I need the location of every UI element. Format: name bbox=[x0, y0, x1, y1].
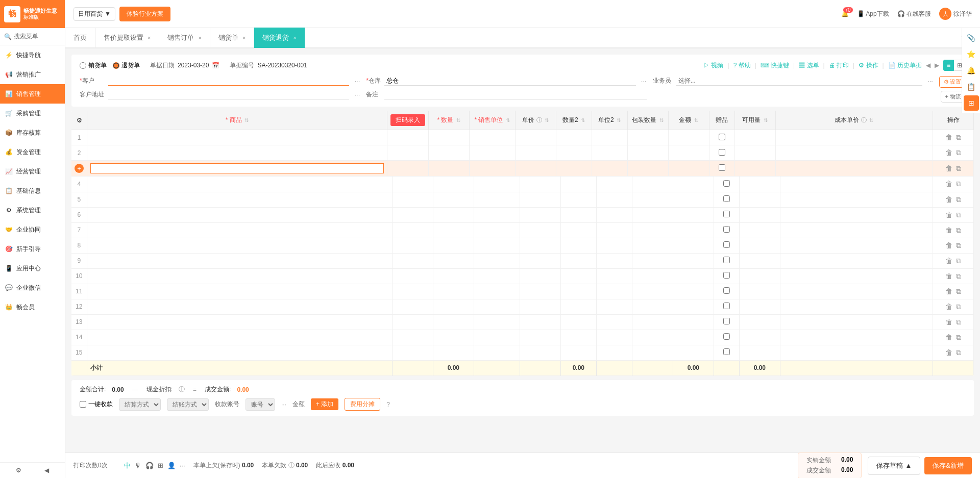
input-method-icon[interactable]: 中 bbox=[124, 461, 131, 470]
gift-checkbox[interactable] bbox=[723, 180, 730, 187]
view-list-btn[interactable]: ≡ bbox=[943, 60, 954, 71]
warehouse-dots[interactable]: ··· bbox=[641, 77, 647, 85]
copy-row-icon[interactable]: ⧉ bbox=[956, 211, 961, 219]
sidebar-item-vip[interactable]: 👑 畅会员 bbox=[0, 297, 65, 317]
fee-split-button[interactable]: 费用分摊 bbox=[345, 398, 380, 411]
delete-row-icon[interactable]: 🗑 bbox=[945, 164, 952, 172]
delete-row-icon[interactable]: 🗑 bbox=[945, 241, 952, 249]
customer-input[interactable] bbox=[108, 76, 349, 86]
grid-icon[interactable]: ⊞ bbox=[158, 462, 163, 469]
right-panel-icon-2[interactable]: ⭐ bbox=[964, 46, 979, 62]
price-info-icon[interactable]: ⓘ bbox=[536, 117, 542, 123]
info-icon-debt[interactable]: ⓘ bbox=[288, 462, 295, 469]
settlement-method-select[interactable]: 结算方式 bbox=[119, 398, 161, 411]
delete-row-icon[interactable]: 🗑 bbox=[945, 148, 952, 157]
radio-delivery[interactable]: 销货单 bbox=[80, 61, 107, 70]
gift-checkbox[interactable] bbox=[723, 348, 730, 355]
gift-checkbox[interactable] bbox=[723, 287, 730, 294]
gift-checkbox[interactable] bbox=[723, 333, 730, 340]
product-sort[interactable]: ⇅ bbox=[244, 117, 249, 123]
sidebar-item-marketing[interactable]: 📢 营销推广 bbox=[0, 65, 65, 84]
operation-link[interactable]: ⚙ 操作 bbox=[859, 61, 878, 70]
message-button[interactable]: 🔔 70 bbox=[841, 10, 849, 17]
sidebar-item-appstore[interactable]: 📱 应用中心 bbox=[0, 259, 65, 278]
gift-checkbox[interactable] bbox=[719, 149, 725, 156]
headset2-icon[interactable]: 🎧 bbox=[145, 462, 154, 469]
sidebar-search[interactable]: 🔍 搜索菜单 bbox=[0, 28, 65, 45]
user-menu[interactable]: 人 徐泽华 bbox=[939, 8, 972, 20]
salesperson-dots[interactable]: ··· bbox=[927, 77, 933, 85]
account-select[interactable]: 账号 bbox=[246, 398, 275, 411]
sidebar-item-wechat[interactable]: 💬 企业微信 bbox=[0, 278, 65, 297]
trial-button[interactable]: 体验行业方案 bbox=[119, 7, 170, 21]
delete-row-icon[interactable]: 🗑 bbox=[945, 195, 952, 204]
delete-row-icon[interactable]: 🗑 bbox=[945, 287, 952, 295]
tab-close-sales-order[interactable]: × bbox=[198, 35, 201, 41]
pkg-sort[interactable]: ⇅ bbox=[659, 117, 664, 123]
delete-row-icon[interactable]: 🗑 bbox=[945, 180, 952, 188]
product-cell[interactable] bbox=[87, 130, 387, 145]
copy-row-icon[interactable]: ⧉ bbox=[956, 257, 961, 265]
delete-row-icon[interactable]: 🗑 bbox=[945, 211, 952, 219]
copy-row-icon[interactable]: ⧉ bbox=[956, 303, 961, 311]
scan-button[interactable]: 扫码录入 bbox=[390, 114, 425, 126]
cost-sort[interactable]: ⇅ bbox=[869, 117, 873, 123]
amount-sort[interactable]: ⇅ bbox=[694, 117, 698, 123]
price-cell[interactable] bbox=[515, 130, 556, 145]
tab-close-delivery[interactable]: × bbox=[242, 35, 246, 41]
sidebar-item-purchase[interactable]: 🛒 采购管理 bbox=[0, 104, 65, 123]
app-download-link[interactable]: 📱 App下载 bbox=[857, 10, 889, 18]
delete-row-icon[interactable]: 🗑 bbox=[945, 333, 952, 341]
cash-discount-info[interactable]: ⓘ bbox=[179, 385, 185, 394]
address-input[interactable] bbox=[108, 90, 349, 99]
unit-cell[interactable] bbox=[469, 130, 515, 145]
gift-checkbox[interactable] bbox=[723, 272, 730, 279]
salesperson-input[interactable] bbox=[676, 76, 922, 86]
online-service-link[interactable]: 🎧 在线客服 bbox=[897, 10, 931, 18]
unit2-sort[interactable]: ⇅ bbox=[617, 117, 621, 123]
select-link[interactable]: ☰ 选单 bbox=[799, 61, 819, 70]
delete-row-icon[interactable]: 🗑 bbox=[945, 257, 952, 265]
sidebar-item-sales[interactable]: 📊 销售管理 bbox=[0, 84, 65, 104]
copy-row-icon[interactable]: ⧉ bbox=[956, 333, 961, 341]
tab-sales-order[interactable]: 销售订单 × bbox=[159, 28, 210, 48]
one-click-checkbox[interactable] bbox=[80, 401, 86, 408]
product-input-active[interactable] bbox=[90, 163, 384, 173]
right-panel-icon-3[interactable]: 🔔 bbox=[964, 63, 979, 78]
video-link[interactable]: ▷ 视频 bbox=[703, 61, 723, 70]
sidebar-item-finance[interactable]: 💰 资金管理 bbox=[0, 142, 65, 162]
delete-row-icon[interactable]: 🗑 bbox=[945, 226, 952, 234]
qty-cell[interactable] bbox=[428, 130, 469, 145]
warehouse-input[interactable] bbox=[384, 76, 635, 86]
tab-price-settings[interactable]: 售价提取设置 × bbox=[95, 28, 159, 48]
price-sort[interactable]: ⇅ bbox=[545, 117, 549, 123]
customer-dots[interactable]: ··· bbox=[354, 77, 360, 85]
gift-checkbox[interactable] bbox=[719, 164, 725, 171]
user-icon[interactable]: 👤 bbox=[167, 462, 176, 469]
print-link[interactable]: 🖨 打印 bbox=[829, 61, 849, 70]
right-panel-icon-4[interactable]: 📋 bbox=[964, 79, 979, 94]
one-click-payment-label[interactable]: 一键收款 bbox=[80, 400, 113, 409]
tab-close-price[interactable]: × bbox=[148, 35, 151, 41]
prev-doc-icon[interactable]: ◀ bbox=[926, 62, 930, 69]
gift-checkbox[interactable] bbox=[723, 195, 730, 202]
delete-row-icon[interactable]: 🗑 bbox=[945, 318, 952, 326]
fee-info-icon[interactable]: ? bbox=[386, 401, 390, 408]
copy-row-icon[interactable]: ⧉ bbox=[956, 148, 961, 157]
save-draft-button[interactable]: 保存草稿 ▲ bbox=[868, 457, 920, 475]
gift-checkbox[interactable] bbox=[723, 226, 730, 233]
unit-sort[interactable]: ⇅ bbox=[506, 117, 510, 123]
mic-icon[interactable]: 🎙 bbox=[135, 462, 141, 469]
copy-row-icon[interactable]: ⧉ bbox=[956, 226, 961, 234]
qty-sort[interactable]: ⇅ bbox=[456, 117, 460, 123]
sidebar-collapse-icon[interactable]: ◀ bbox=[44, 467, 49, 474]
tab-return[interactable]: 销货退货 × bbox=[254, 28, 305, 48]
amount-cell[interactable] bbox=[668, 130, 709, 145]
next-doc-icon[interactable]: ▶ bbox=[935, 62, 939, 69]
qty2-sort[interactable]: ⇅ bbox=[581, 117, 585, 123]
gift-checkbox[interactable] bbox=[723, 257, 730, 263]
copy-row-icon[interactable]: ⧉ bbox=[956, 348, 961, 357]
tab-delivery[interactable]: 销货单 × bbox=[210, 28, 254, 48]
sidebar-item-basic-info[interactable]: 📋 基础信息 bbox=[0, 181, 65, 200]
gift-checkbox[interactable] bbox=[719, 134, 725, 140]
